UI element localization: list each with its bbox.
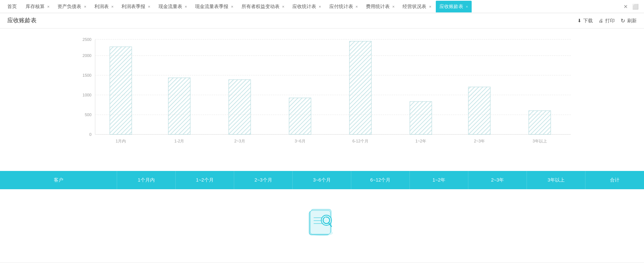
- main-content: 0 500 1000 1500 2000 2500: [0, 28, 644, 262]
- chart-container: 0 500 1000 1500 2000 2500: [15, 36, 629, 160]
- maximize-button[interactable]: ⬜: [632, 4, 638, 9]
- tab-ar-aging[interactable]: 应收账龄表 ×: [436, 1, 472, 12]
- tab-ar-stats[interactable]: 应收统计表 ×: [289, 1, 325, 12]
- svg-text:2500: 2500: [83, 37, 91, 42]
- svg-text:0: 0: [89, 132, 91, 137]
- th-customer: 客户: [0, 171, 117, 189]
- refresh-button[interactable]: ↻ 刷新: [621, 18, 637, 24]
- table-header: 客户 1个月内 1~2个月 2~3个月 3~6个月 6~12个月 1~2年 2~…: [0, 171, 644, 189]
- download-icon: ⬇: [577, 18, 581, 23]
- tab-profit[interactable]: 利润表 ×: [91, 1, 117, 12]
- th-6-12months: 6~12个月: [351, 171, 410, 189]
- bar-7: [468, 87, 490, 134]
- bar-6: [410, 102, 432, 134]
- tab-ap-stats[interactable]: 应付统计表 ×: [326, 1, 362, 12]
- svg-text:2~3年: 2~3年: [474, 139, 485, 143]
- bar-5: [349, 41, 371, 134]
- th-2-3months: 2~3个月: [234, 171, 293, 189]
- svg-text:6-12个月: 6-12个月: [352, 139, 368, 143]
- tab-cashflow-quarterly[interactable]: 现金流量表季报 ×: [191, 1, 237, 12]
- svg-text:500: 500: [85, 113, 91, 117]
- tab-home[interactable]: 首页: [3, 3, 21, 10]
- window-controls: ✕ ⬜: [623, 4, 641, 9]
- svg-text:3~6月: 3~6月: [295, 139, 306, 143]
- svg-text:1~2年: 1~2年: [415, 139, 426, 143]
- bar-1: [110, 47, 132, 134]
- tab-close-ap-stats[interactable]: ×: [356, 4, 358, 9]
- bar-3: [229, 80, 251, 134]
- chart-svg: 0 500 1000 1500 2000 2500: [15, 36, 629, 153]
- svg-text:2~3月: 2~3月: [234, 139, 245, 143]
- svg-text:2000: 2000: [83, 53, 91, 58]
- bar-8: [529, 111, 551, 134]
- svg-text:1000: 1000: [83, 93, 91, 97]
- tab-close-inventory[interactable]: ×: [47, 4, 49, 9]
- tab-close-profit[interactable]: ×: [111, 4, 113, 9]
- th-3plus-years: 3年以上: [527, 171, 585, 189]
- refresh-icon: ↻: [621, 18, 625, 24]
- close-button[interactable]: ✕: [623, 4, 629, 9]
- th-1-2months: 1~2个月: [176, 171, 234, 189]
- th-2-3years: 2~3年: [468, 171, 527, 189]
- svg-text:1-2月: 1-2月: [175, 139, 184, 143]
- bar-4: [289, 98, 311, 134]
- tab-close-cashflow-quarterly[interactable]: ×: [231, 4, 233, 9]
- tab-close-operation[interactable]: ×: [429, 4, 431, 9]
- page-header: 应收账龄表 ⬇ 下载 🖨 打印 ↻ 刷新: [0, 13, 644, 28]
- tab-close-profit-quarterly[interactable]: ×: [148, 4, 150, 9]
- tab-close-ar-stats[interactable]: ×: [319, 4, 321, 9]
- svg-text:1500: 1500: [83, 73, 91, 77]
- tab-equity[interactable]: 所有者权益变动表 ×: [238, 1, 288, 12]
- chart-area: 0 500 1000 1500 2000 2500: [0, 28, 644, 171]
- th-total: 合计: [585, 171, 644, 189]
- svg-text:1月内: 1月内: [116, 139, 126, 143]
- th-1month: 1个月内: [117, 171, 176, 189]
- tab-balance[interactable]: 资产负债表 ×: [54, 1, 90, 12]
- tab-cashflow[interactable]: 现金流量表 ×: [155, 1, 191, 12]
- svg-text:3年以上: 3年以上: [532, 139, 547, 143]
- page-actions: ⬇ 下载 🖨 打印 ↻ 刷新: [577, 18, 637, 24]
- print-button[interactable]: 🖨 打印: [599, 18, 615, 24]
- empty-illustration: [304, 200, 340, 240]
- th-3-6months: 3~6个月: [293, 171, 351, 189]
- empty-state: [0, 189, 644, 262]
- tab-close-cashflow[interactable]: ×: [185, 4, 187, 9]
- tab-bar: 首页 库存核算 × 资产负债表 × 利润表 × 利润表季报 × 现金流量表 × …: [0, 0, 644, 13]
- tab-close-balance[interactable]: ×: [84, 4, 86, 9]
- tab-profit-quarterly[interactable]: 利润表季报 ×: [118, 1, 154, 12]
- tab-expense-stats[interactable]: 费用统计表 ×: [362, 1, 398, 12]
- bar-2: [168, 78, 190, 134]
- tab-close-expense-stats[interactable]: ×: [392, 4, 394, 9]
- tab-close-equity[interactable]: ×: [282, 4, 284, 9]
- tab-operation[interactable]: 经营状况表 ×: [399, 1, 435, 12]
- download-button[interactable]: ⬇ 下载: [577, 18, 593, 24]
- tab-inventory[interactable]: 库存核算 ×: [22, 1, 53, 12]
- tab-close-ar-aging[interactable]: ×: [466, 4, 468, 9]
- page-title: 应收账龄表: [7, 17, 37, 24]
- th-1-2years: 1~2年: [410, 171, 468, 189]
- print-icon: 🖨: [599, 18, 603, 23]
